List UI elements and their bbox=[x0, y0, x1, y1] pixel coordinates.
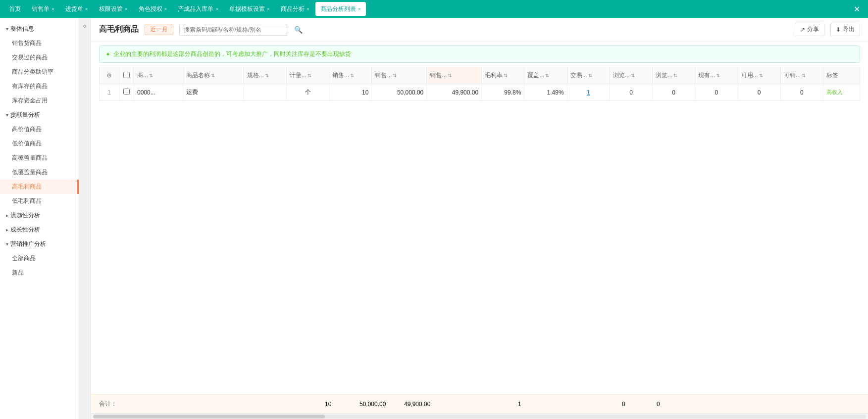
info-icon: ✦ bbox=[105, 51, 110, 58]
footer-available-stock: 0 bbox=[654, 401, 688, 408]
table-cell: 1.49% bbox=[524, 84, 567, 101]
sidebar-item-stocked-goods[interactable]: 有库存的商品 bbox=[0, 79, 79, 93]
sort-icon: ⇅ bbox=[504, 73, 508, 78]
col-views2[interactable]: 浏览... ⇅ bbox=[653, 67, 695, 84]
footer-sales-cost: 49,900.00 bbox=[401, 401, 446, 408]
sort-icon: ⇅ bbox=[802, 73, 806, 78]
col-sales-amount[interactable]: 销售... ⇅ bbox=[372, 67, 427, 84]
nav-sales[interactable]: 销售单 × bbox=[27, 2, 59, 16]
arrow-down-icon: ▾ bbox=[6, 26, 8, 32]
col-gross-margin[interactable]: 毛利率 ⇅ bbox=[482, 67, 524, 84]
close-icon[interactable]: × bbox=[125, 6, 128, 12]
scroll-thumb[interactable] bbox=[93, 415, 325, 419]
nav-permissions[interactable]: 权限设置 × bbox=[94, 2, 133, 16]
nav-purchase[interactable]: 进货单 × bbox=[60, 2, 93, 16]
footer-sales-qty: 10 bbox=[322, 401, 357, 408]
close-icon[interactable]: × bbox=[85, 6, 88, 12]
top-nav: 首页 销售单 × 进货单 × 权限设置 × 角色授权 × 产成品入库单 × 单据… bbox=[0, 0, 868, 18]
sidebar-item-new-goods[interactable]: 新品 bbox=[0, 266, 79, 280]
content-header: 高毛利商品 近一月 🔍 ↗ 分享 ⬇ 导出 bbox=[91, 18, 868, 42]
table-cell: 50,000.00 bbox=[372, 84, 427, 101]
sort-icon: ⇅ bbox=[149, 73, 153, 78]
arrow-down-icon: ▾ bbox=[6, 241, 8, 247]
table-cell: 0 bbox=[780, 84, 823, 101]
sidebar-group-contribution[interactable]: ▾ 贡献量分析 bbox=[0, 108, 79, 122]
sidebar-group-marketing[interactable]: ▾ 营销推广分析 bbox=[0, 237, 79, 251]
table-container: ⚙ 商... ⇅ 商品名称 bbox=[91, 67, 868, 394]
col-sellable-stock[interactable]: 可销... ⇅ bbox=[780, 67, 823, 84]
content-area: 高毛利商品 近一月 🔍 ↗ 分享 ⬇ 导出 ✦ 企业的主要的利润都是这部分商品创… bbox=[91, 18, 868, 419]
sidebar-item-traded-goods[interactable]: 交易过的商品 bbox=[0, 50, 79, 65]
nav-analysis[interactable]: 商品分析 × bbox=[276, 2, 314, 16]
info-text: 企业的主要的利润都是这部分商品创造的，可考虑加大推广，同时关注库存是不要出现缺货 bbox=[113, 50, 351, 58]
page-title: 高毛利商品 bbox=[99, 24, 139, 35]
col-coverage[interactable]: 覆盖... ⇅ bbox=[524, 67, 567, 84]
footer-cells: 10 50,000.00 49,900.00 1 0 0 bbox=[129, 401, 860, 408]
table-cell: 0000... bbox=[134, 84, 183, 101]
nav-analysis-list[interactable]: 商品分析列表 × bbox=[315, 2, 366, 16]
scroll-track bbox=[93, 415, 866, 419]
close-icon[interactable]: × bbox=[51, 6, 54, 12]
select-all-checkbox[interactable] bbox=[123, 72, 130, 78]
sort-icon: ⇅ bbox=[716, 73, 720, 78]
close-icon[interactable]: × bbox=[164, 6, 167, 12]
sidebar-item-high-coverage[interactable]: 高覆盖量商品 bbox=[0, 151, 79, 165]
share-button[interactable]: ↗ 分享 bbox=[795, 23, 824, 36]
settings-icon[interactable]: ⚙ bbox=[106, 72, 112, 79]
nav-roles[interactable]: 角色授权 × bbox=[134, 2, 172, 16]
sidebar-collapse-button[interactable]: « bbox=[79, 18, 91, 419]
footer-sales-amount: 50,000.00 bbox=[357, 401, 401, 408]
sidebar-group-trend[interactable]: ▸ 流趋性分析 bbox=[0, 208, 79, 223]
table-cell: 1 bbox=[567, 84, 610, 101]
sidebar-item-low-margin[interactable]: 低毛利商品 bbox=[0, 194, 79, 208]
close-icon[interactable]: × bbox=[306, 6, 309, 12]
sidebar-item-all-goods[interactable]: 全部商品 bbox=[0, 251, 79, 266]
time-filter-button[interactable]: 近一月 bbox=[145, 24, 173, 35]
nav-production[interactable]: 产成品入库单 × bbox=[173, 2, 223, 16]
sidebar-item-category-rate[interactable]: 商品分类助销率 bbox=[0, 65, 79, 79]
sidebar-item-high-value[interactable]: 高价值商品 bbox=[0, 122, 79, 137]
bottom-scrollbar[interactable] bbox=[91, 413, 868, 419]
nav-template[interactable]: 单据模板设置 × bbox=[224, 2, 275, 16]
close-icon[interactable]: × bbox=[215, 6, 218, 12]
col-unit[interactable]: 计量... ⇅ bbox=[286, 67, 329, 84]
sidebar-group-growth[interactable]: ▸ 成长性分析 bbox=[0, 223, 79, 237]
arrow-right-icon: ▸ bbox=[6, 227, 8, 233]
table-cell: 49,900.00 bbox=[427, 84, 482, 101]
sidebar-group-overall[interactable]: ▾ 整体信息 bbox=[0, 22, 79, 36]
col-code[interactable]: 商... ⇅ bbox=[134, 67, 183, 84]
sidebar-item-high-margin[interactable]: 高毛利商品 bbox=[0, 180, 79, 194]
footer-current-stock: 0 bbox=[619, 401, 654, 408]
col-available-stock[interactable]: 可用... ⇅ bbox=[738, 67, 780, 84]
col-current-stock[interactable]: 现有... ⇅ bbox=[695, 67, 738, 84]
search-button[interactable]: 🔍 bbox=[294, 26, 303, 34]
col-trade-count[interactable]: 交易... ⇅ bbox=[567, 67, 610, 84]
footer-label: 合计： bbox=[99, 400, 129, 408]
table-cell: 0 bbox=[653, 84, 695, 101]
sort-icon: ⇅ bbox=[759, 73, 763, 78]
sort-icon: ⇅ bbox=[393, 73, 397, 78]
table-cell: 0 bbox=[738, 84, 780, 101]
window-close-button[interactable]: ✕ bbox=[850, 4, 864, 14]
sort-icon: ⇅ bbox=[265, 73, 269, 78]
table-cell: 0 bbox=[610, 84, 652, 101]
export-button[interactable]: ⬇ 导出 bbox=[830, 23, 860, 36]
sidebar-item-sales-goods[interactable]: 销售货商品 bbox=[0, 36, 79, 50]
nav-home[interactable]: 首页 bbox=[4, 2, 26, 16]
col-sales-qty[interactable]: 销售... ⇅ bbox=[329, 67, 372, 84]
sidebar-item-stock-capital[interactable]: 库存资金占用 bbox=[0, 93, 79, 108]
close-icon[interactable]: × bbox=[358, 6, 361, 12]
sort-icon: ⇅ bbox=[545, 73, 549, 78]
search-input[interactable] bbox=[179, 24, 288, 36]
sidebar: ▾ 整体信息 销售货商品 交易过的商品 商品分类助销率 有库存的商品 库存资金占… bbox=[0, 18, 79, 419]
col-name[interactable]: 商品名称 ⇅ bbox=[183, 67, 244, 84]
col-sales-cost[interactable]: 销售... ⇅ bbox=[427, 67, 482, 84]
col-views1[interactable]: 浏览... ⇅ bbox=[610, 67, 652, 84]
close-icon[interactable]: × bbox=[267, 6, 270, 12]
col-index: ⚙ bbox=[100, 67, 119, 84]
sidebar-item-low-coverage[interactable]: 低覆盖量商品 bbox=[0, 165, 79, 180]
table-cell: 10 bbox=[329, 84, 372, 101]
sidebar-item-low-value[interactable]: 低价值商品 bbox=[0, 137, 79, 151]
table-cell: 1 bbox=[100, 84, 119, 101]
col-spec[interactable]: 规格... ⇅ bbox=[244, 67, 286, 84]
